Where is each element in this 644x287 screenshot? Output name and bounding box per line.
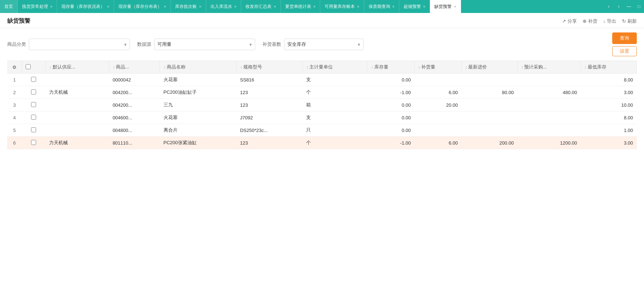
tab-close-inventory-dist[interactable]: × bbox=[164, 4, 166, 9]
est-purchase-cell-4 bbox=[517, 111, 580, 124]
product-name-column-header[interactable]: 商品名称 bbox=[160, 61, 236, 74]
tab-expiry-query[interactable]: 保质期查询× bbox=[364, 0, 399, 13]
tab-home[interactable]: 首页 bbox=[0, 0, 18, 13]
row-checkbox-6[interactable] bbox=[31, 140, 36, 145]
min-stock-cell-2: 3.00 bbox=[581, 86, 637, 99]
tab-minimize-button[interactable]: — bbox=[624, 0, 634, 13]
category-label: 商品分类 bbox=[7, 41, 26, 48]
table-body: 10000042火花塞SS816支0.008.002力天机械004200...P… bbox=[7, 74, 637, 149]
spec-cell-6: 123 bbox=[236, 137, 303, 149]
product-code-cell-1: 0000042 bbox=[109, 74, 160, 86]
tab-prev-button[interactable]: ‹ bbox=[604, 0, 614, 13]
row-number-6: 6 bbox=[7, 137, 22, 149]
est-purchase-cell-3 bbox=[517, 99, 580, 111]
replenish-button[interactable]: ⊕ 补货 bbox=[583, 18, 597, 25]
tab-defect-processing[interactable]: 拣货异常处理× bbox=[18, 0, 57, 13]
tab-close-available-ledger[interactable]: × bbox=[357, 4, 359, 9]
stock-qty-column-header[interactable]: 库存量 bbox=[367, 61, 414, 74]
tab-inventory-dist[interactable]: 现存量（库存分布表）× bbox=[114, 0, 171, 13]
row-number-2: 2 bbox=[7, 86, 22, 99]
replenish-base-filter-group: 补货基数 安全库存 ▾ bbox=[262, 39, 364, 50]
tab-bar: 首页拣货异常处理×现存量（库存状况表）×现存量（库存分布表）×库存批次账×出入库… bbox=[0, 0, 644, 13]
page-header: 缺货预警 ↗ 分享 ⊕ 补货 ↓ 导出 ↻ 刷新 bbox=[0, 13, 644, 28]
row-checkbox-1[interactable] bbox=[31, 77, 36, 82]
row-checkbox-cell-4[interactable] bbox=[22, 111, 45, 124]
tab-close-shortage-warning[interactable]: × bbox=[454, 4, 456, 9]
row-number-1: 1 bbox=[7, 74, 22, 86]
tab-close-batch-account[interactable]: × bbox=[199, 4, 201, 9]
export-button[interactable]: ↓ 导出 bbox=[603, 18, 617, 25]
row-checkbox-cell-6[interactable] bbox=[22, 137, 45, 149]
replenish-qty-cell-6: 6.00 bbox=[414, 137, 461, 149]
product-code-column-header[interactable]: 商品... bbox=[109, 61, 160, 74]
refresh-button[interactable]: ↻ 刷新 bbox=[622, 18, 637, 25]
tab-batch-account[interactable]: 库存批次账× bbox=[171, 0, 206, 13]
unit-column-header[interactable]: 主计量单位 bbox=[303, 61, 367, 74]
checkbox-column-header[interactable] bbox=[22, 61, 45, 74]
row-checkbox-3[interactable] bbox=[31, 102, 36, 107]
tab-inventory-status[interactable]: 现存量（库存状况表）× bbox=[57, 0, 114, 13]
spec-column-header[interactable]: 规格型号 bbox=[236, 61, 303, 74]
row-checkbox-5[interactable] bbox=[31, 127, 36, 132]
select-all-checkbox[interactable] bbox=[26, 64, 31, 69]
query-button[interactable]: 查询 bbox=[612, 32, 637, 44]
product-name-cell-4: 火花塞 bbox=[160, 111, 236, 124]
tab-label-collect-summary: 收发存汇总表 bbox=[245, 4, 271, 10]
tab-close-defect-processing[interactable]: × bbox=[50, 4, 52, 9]
tab-close-inout-flow[interactable]: × bbox=[234, 4, 236, 9]
replenish-base-label: 补货基数 bbox=[262, 41, 281, 48]
est-purchase-cell-1 bbox=[517, 74, 580, 86]
replenish-base-value: 安全库存 bbox=[287, 41, 306, 48]
row-checkbox-4[interactable] bbox=[31, 115, 36, 120]
table-header-row: ⚙ 默认供应... 商品... 商品名称 规格型号 主计量单位 库存量 补货量 … bbox=[7, 61, 637, 74]
tab-label-shortage-warning: 缺货预警 bbox=[434, 4, 452, 10]
unit-cell-5: 只 bbox=[303, 124, 367, 137]
est-purchase-column-header[interactable]: 预计采购... bbox=[517, 61, 580, 74]
tab-close-expiry-query[interactable]: × bbox=[392, 4, 395, 9]
min-stock-cell-6: 3.00 bbox=[581, 137, 637, 149]
datasource-dropdown-icon: ▾ bbox=[249, 42, 252, 47]
default-supplier-cell-4 bbox=[45, 111, 109, 124]
unit-cell-2: 个 bbox=[303, 86, 367, 99]
tab-available-ledger[interactable]: 可用量库存账本× bbox=[320, 0, 364, 13]
tab-demand-stats[interactable]: 要货单统计表× bbox=[281, 0, 320, 13]
tab-overstock-warning[interactable]: 超储预警× bbox=[399, 0, 430, 13]
tab-label-home: 首页 bbox=[4, 4, 13, 10]
settings-button[interactable]: 设置 bbox=[612, 46, 637, 56]
row-checkbox-cell-1[interactable] bbox=[22, 74, 45, 86]
tab-close-inventory-status[interactable]: × bbox=[107, 4, 109, 9]
min-stock-cell-3: 10.00 bbox=[581, 99, 637, 111]
tab-maximize-button[interactable]: □ bbox=[634, 0, 644, 13]
table-row: 2力天机械004200...PC200油缸缸子123个-1.006.0080.0… bbox=[7, 86, 637, 99]
stock-qty-cell-2: -1.00 bbox=[367, 86, 414, 99]
latest-price-column-header[interactable]: 最新进价 bbox=[461, 61, 517, 74]
datasource-select[interactable]: 可用量 ▾ bbox=[154, 39, 255, 50]
default-supplier-column-header[interactable]: 默认供应... bbox=[45, 61, 109, 74]
tab-collect-summary[interactable]: 收发存汇总表× bbox=[241, 0, 280, 13]
category-select[interactable]: ▾ bbox=[29, 39, 130, 50]
share-button[interactable]: ↗ 分享 bbox=[562, 18, 577, 25]
tab-close-collect-summary[interactable]: × bbox=[274, 4, 276, 9]
latest-price-cell-5 bbox=[461, 124, 517, 137]
tab-close-demand-stats[interactable]: × bbox=[313, 4, 316, 9]
default-supplier-cell-2: 力天机械 bbox=[45, 86, 109, 99]
settings-column-header[interactable]: ⚙ bbox=[7, 61, 22, 74]
row-checkbox-cell-3[interactable] bbox=[22, 99, 45, 111]
replenish-qty-column-header[interactable]: 补货量 bbox=[414, 61, 461, 74]
row-checkbox-cell-5[interactable] bbox=[22, 124, 45, 137]
gear-icon[interactable]: ⚙ bbox=[12, 65, 17, 70]
tab-next-button[interactable]: › bbox=[614, 0, 624, 13]
stock-qty-cell-1: 0.00 bbox=[367, 74, 414, 86]
table-row: 3004200...三九123箱0.0020.0010.00 bbox=[7, 99, 637, 111]
tab-inout-flow[interactable]: 出入库流水× bbox=[206, 0, 241, 13]
product-name-cell-6: PC200张紧油缸 bbox=[160, 137, 236, 149]
row-number-5: 5 bbox=[7, 124, 22, 137]
tab-shortage-warning[interactable]: 缺货预警× bbox=[430, 0, 461, 13]
min-stock-column-header[interactable]: 最低库存 bbox=[581, 61, 637, 74]
tab-close-overstock-warning[interactable]: × bbox=[423, 4, 425, 9]
row-checkbox-2[interactable] bbox=[31, 89, 36, 94]
stock-qty-cell-6: -1.00 bbox=[367, 137, 414, 149]
tab-label-defect-processing: 拣货异常处理 bbox=[22, 4, 48, 10]
replenish-base-select[interactable]: 安全库存 ▾ bbox=[284, 39, 364, 50]
row-checkbox-cell-2[interactable] bbox=[22, 86, 45, 99]
